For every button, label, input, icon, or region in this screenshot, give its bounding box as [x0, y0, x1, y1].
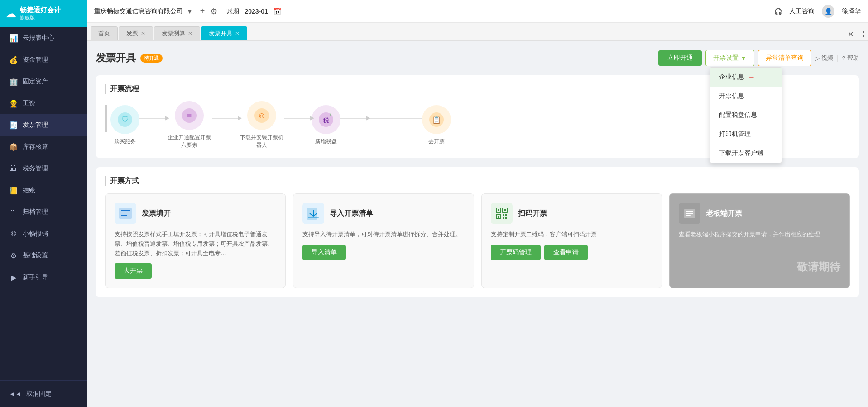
scan-view-apply-btn[interactable]: 查看申请 [544, 245, 588, 260]
scan-invoice-icon [491, 203, 513, 224]
page-title: 发票开具 待开通 [96, 51, 163, 65]
tab-invoice-close[interactable]: ✕ [141, 30, 145, 37]
sidebar-label-closing: 结账 [23, 186, 35, 194]
flow-extra-line-2 [386, 118, 404, 119]
tab-invoice-calc[interactable]: 发票测算 ✕ [154, 26, 200, 40]
sidebar-label-settings: 基础设置 [23, 252, 48, 260]
sidebar-label-tax: 税务管理 [23, 165, 48, 173]
scan-invoice-title: 扫码开票 [518, 209, 547, 218]
video-button[interactable]: ▷ 视频 [815, 54, 833, 62]
svg-text:+: + [127, 112, 130, 118]
sidebar-label-expense: 小畅报销 [23, 230, 48, 238]
dropdown-arrow-icon: → [748, 73, 755, 81]
method-header-import: 导入开票清单 [302, 203, 464, 224]
sidebar-item-cloud-report[interactable]: 📊 云报表中心 [0, 27, 87, 49]
page-content: 发票开具 待开通 立即开通 开票设置 ▼ 异常清单查询 ▷ 视频 [87, 41, 868, 407]
salary-icon: 👷 [9, 99, 18, 108]
import-invoice-title: 导入开票清单 [330, 209, 373, 218]
fill-invoice-icon [115, 203, 136, 224]
sidebar-item-salary[interactable]: 👷 工资 [0, 92, 87, 114]
tab-invoice[interactable]: 发票 ✕ [119, 26, 153, 40]
invoice-settings-button[interactable]: 开票设置 ▼ [705, 50, 754, 66]
flow-step-download-icon: ☺ [247, 101, 276, 130]
support-icon: 🎧 [774, 8, 782, 15]
methods-section-title: 开票方式 [105, 176, 850, 186]
sidebar-item-invoice[interactable]: 🧾 发票管理 [0, 114, 87, 136]
divider-1: | [837, 54, 839, 62]
company-dropdown-arrow[interactable]: ▼ [187, 8, 193, 15]
flow-connector-2 [212, 118, 239, 119]
sidebar-item-archive[interactable]: 🗂 归档管理 [0, 201, 87, 223]
invoice-icon: 🧾 [9, 121, 18, 130]
boss-invoice-icon [679, 203, 700, 224]
flow-step-configure: ≡ 企业开通配置开票六要素 [167, 101, 212, 149]
flow-step-tax-disk-icon: 税+ [312, 105, 340, 134]
header-left: 重庆畅捷交通信息咨询有限公司 ▼ + ⚙ 账期 2023-01 📅 [94, 6, 281, 16]
tab-home-label: 首页 [98, 29, 110, 38]
sidebar-item-tax[interactable]: 🏛 税务管理 [0, 158, 87, 179]
flow-step-configure-label: 企业开通配置开票六要素 [167, 134, 212, 149]
svg-rect-26 [505, 214, 507, 216]
svg-rect-28 [505, 217, 507, 219]
period-label: 账期 [226, 7, 239, 15]
logo-text-container: 畅捷通好会计 旗舰版 [20, 6, 61, 21]
logo-title: 畅捷通好会计 [20, 6, 61, 15]
scan-code-manage-btn[interactable]: 开票码管理 [491, 245, 541, 260]
sidebar-item-fixed-assets[interactable]: 🏢 固定资产 [0, 71, 87, 92]
anomaly-list-button[interactable]: 异常清单查询 [758, 50, 811, 66]
add-button[interactable]: + [200, 6, 205, 16]
sidebar-label-invoice: 发票管理 [23, 121, 48, 129]
header-right: 🎧 人工咨询 👤 徐泽华 [774, 5, 861, 18]
unpin-icon: ◄◄ [9, 390, 22, 397]
sidebar-item-settings[interactable]: ⚙ 基础设置 [0, 245, 87, 266]
boss-invoice-overlay: 敬请期待 [797, 260, 840, 274]
dropdown-company-label: 企业信息 [719, 73, 744, 81]
dropdown-printer-label: 打印机管理 [719, 130, 751, 138]
tab-invoice-issue-close[interactable]: ✕ [235, 30, 240, 37]
sidebar-item-guide[interactable]: ▶ 新手引导 [0, 266, 87, 288]
sidebar-item-inventory[interactable]: 📦 库存核算 [0, 136, 87, 158]
activate-button[interactable]: 立即开通 [658, 50, 702, 66]
svg-rect-24 [498, 216, 499, 218]
dropdown-item-printer[interactable]: 打印机管理 [710, 125, 782, 144]
flow-step-issue-icon: 📋 [422, 105, 451, 134]
sidebar-item-unpin[interactable]: ◄◄ 取消固定 [0, 385, 87, 402]
sidebar-logo: ☁ 畅捷通好会计 旗舰版 [0, 0, 87, 27]
help-button[interactable]: ? 帮助 [842, 54, 859, 62]
tax-icon: 🏛 [9, 164, 18, 173]
dropdown-item-tax-config[interactable]: 配置税盘信息 [710, 106, 782, 125]
tab-invoice-issue-label: 发票开具 [209, 29, 232, 38]
expand-window-icon[interactable]: ⛶ [857, 30, 864, 39]
period-value: 2023-01 [245, 8, 268, 15]
svg-rect-15 [121, 215, 127, 216]
sidebar-item-closing[interactable]: 📒 结账 [0, 179, 87, 201]
svg-text:≡: ≡ [187, 111, 192, 120]
tab-home[interactable]: 首页 [91, 26, 118, 40]
flow-step-buy-label: 购买服务 [114, 138, 136, 145]
support-label[interactable]: 人工咨询 [789, 7, 815, 15]
dropdown-item-download-client[interactable]: 下载开票客户端 [710, 144, 782, 163]
dropdown-item-invoice-info[interactable]: 开票信息 [710, 87, 782, 106]
sidebar-item-fund[interactable]: 💰 资金管理 [0, 49, 87, 71]
close-window-icon[interactable]: ✕ [848, 30, 854, 39]
tab-invoice-calc-close[interactable]: ✕ [188, 30, 192, 37]
svg-text:📋: 📋 [432, 116, 441, 124]
fill-invoice-desc: 支持按照发票样式手工填开发票；可开具增值税电子普通发票、增值税普通发票、增值税专… [115, 230, 276, 258]
flow-step-buy-icon: ♡+ [110, 105, 139, 134]
sidebar-item-expense[interactable]: © 小畅报销 [0, 223, 87, 245]
app-container: ☁ 畅捷通好会计 旗舰版 📊 云报表中心 💰 资金管理 [0, 0, 868, 407]
fill-invoice-btn[interactable]: 去开票 [115, 263, 152, 279]
user-name[interactable]: 徐泽华 [842, 7, 861, 15]
calendar-icon[interactable]: 📅 [273, 8, 281, 15]
tab-invoice-issue[interactable]: 发票开具 ✕ [201, 26, 247, 40]
boss-invoice-desc: 查看老板端小程序提交的开票申请，并作出相应的处理 [679, 230, 840, 239]
flow-step-buy: ♡+ 购买服务 [110, 105, 139, 145]
invoice-settings-label: 开票设置 [713, 54, 739, 62]
flow-step-issue: 📋 去开票 [422, 105, 451, 145]
settings-icon: ⚙ [9, 251, 18, 260]
settings-button[interactable]: ⚙ [210, 6, 217, 16]
fund-icon: 💰 [9, 55, 18, 64]
svg-rect-32 [686, 215, 691, 216]
import-invoice-btn[interactable]: 导入清单 [302, 245, 346, 260]
dropdown-item-company[interactable]: 企业信息 → [710, 68, 782, 87]
